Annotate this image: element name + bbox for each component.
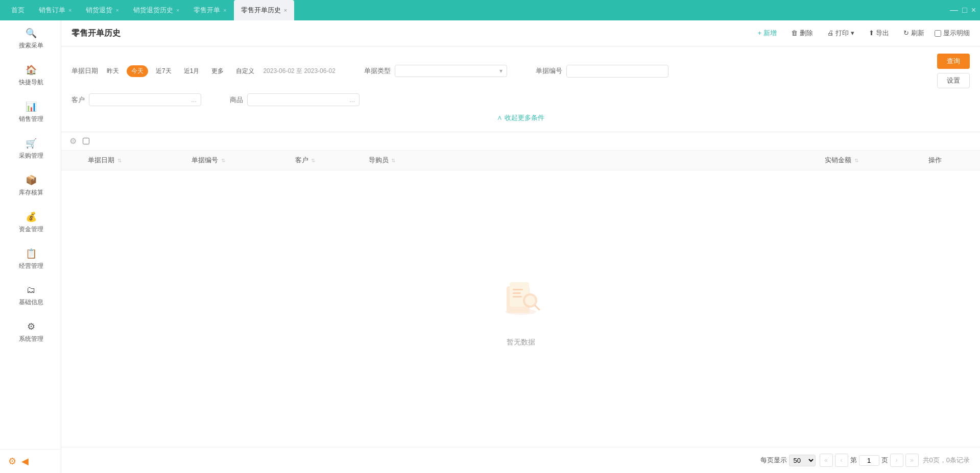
first-page-btn[interactable]: «	[820, 454, 833, 467]
sidebar-item-inventory[interactable]: 📦 库存核算	[0, 167, 61, 204]
filter-area: 单据日期 昨天 今天 近7天 近1月 更多 自定义 2023-06-02 至 2…	[61, 46, 980, 132]
customer-label: 客户	[71, 95, 85, 105]
svg-rect-4	[513, 292, 521, 294]
operation-icon: 📋	[26, 248, 37, 259]
system-icon: ⚙	[27, 321, 35, 332]
content-area: 零售开单历史 + 新增 🗑 删除 🖨 打印 ▾ ⬆ 导出 ↻ 刷新 显示明细 单…	[61, 20, 980, 473]
prev-page-btn[interactable]: ‹	[835, 454, 848, 467]
page-total: 共0页，0条记录	[923, 456, 970, 465]
table-toolbar: ⚙	[61, 132, 980, 151]
customer-input[interactable]: ...	[89, 93, 201, 106]
close-tab-sales-return-history[interactable]: ×	[176, 7, 179, 13]
basic-icon: 🗂	[27, 285, 36, 295]
doc-no-filter-item: 单据编号	[536, 65, 668, 78]
refresh-button[interactable]: ↻ 刷新	[899, 27, 928, 40]
page-number-input[interactable]	[859, 455, 879, 466]
header-actions: + 新增 🗑 删除 🖨 打印 ▾ ⬆ 导出 ↻ 刷新 显示明细	[754, 27, 970, 40]
customer-dots: ...	[191, 96, 197, 104]
date-btn-today[interactable]: 今天	[127, 65, 148, 77]
th-date[interactable]: 单据日期 ⇅	[82, 151, 185, 170]
tab-sales-return[interactable]: 销货退货 ×	[79, 0, 126, 20]
search-icon: 🔍	[26, 28, 37, 39]
th-checkbox	[61, 151, 82, 170]
close-tab-retail-open-history[interactable]: ×	[284, 7, 287, 13]
collapse-sidebar-icon[interactable]: ◀	[21, 456, 29, 467]
doc-no-label: 单据编号	[536, 66, 562, 76]
page-title: 零售开单历史	[71, 28, 121, 39]
th-actions: 操作	[922, 151, 980, 170]
close-tab-retail-open[interactable]: ×	[223, 7, 226, 13]
collapse-row: ∧ 收起更多条件	[71, 111, 970, 125]
table-header: 单据日期 ⇅ 单据编号 ⇅ 客户 ⇅ 导购员 ⇅	[61, 151, 980, 170]
settings-icon[interactable]: ⚙	[8, 456, 16, 467]
collapse-filter-button[interactable]: ∧ 收起更多条件	[491, 111, 551, 125]
empty-illustration	[495, 271, 546, 332]
sidebar-item-system[interactable]: ⚙ 系统管理	[0, 314, 61, 351]
filter-row-2: 客户 ... 商品 ...	[71, 93, 970, 106]
date-btn-custom[interactable]: 自定义	[231, 65, 259, 78]
sidebar-item-search[interactable]: 🔍 搜索采单	[0, 20, 61, 57]
win-min-btn[interactable]: —	[950, 6, 958, 15]
tab-sales-order[interactable]: 销售订单 ×	[32, 0, 79, 20]
filter-row-1: 单据日期 昨天 今天 近7天 近1月 更多 自定义 2023-06-02 至 2…	[71, 54, 970, 88]
print-button[interactable]: 🖨 打印 ▾	[823, 27, 858, 40]
sidebar-item-operation[interactable]: 📋 经营管理	[0, 241, 61, 278]
page-nav: « ‹ 第 页 › »	[820, 454, 919, 467]
page-size-dropdown[interactable]: 50 10 20 100	[789, 455, 816, 466]
svg-rect-3	[513, 289, 523, 290]
th-amount[interactable]: 实销金额 ⇅	[819, 151, 922, 170]
data-table: 单据日期 ⇅ 单据编号 ⇅ 客户 ⇅ 导购员 ⇅	[61, 151, 980, 170]
sidebar: 🔍 搜索采单 🏠 快捷导航 📊 销售管理 🛒 采购管理 📦 库存核算 💰 资金管…	[0, 20, 61, 473]
tab-retail-open[interactable]: 零售开单 ×	[186, 0, 233, 20]
doc-type-filter-item: 单据类型 ▾	[364, 65, 507, 77]
page-header: 零售开单历史 + 新增 🗑 删除 🖨 打印 ▾ ⬆ 导出 ↻ 刷新 显示明细	[61, 20, 980, 46]
svg-point-7	[525, 295, 535, 306]
date-btn-yesterday[interactable]: 昨天	[102, 65, 124, 78]
win-max-btn[interactable]: □	[962, 6, 967, 15]
home-icon: 🏠	[26, 64, 37, 76]
th-customer[interactable]: 客户 ⇅	[289, 151, 363, 170]
sidebar-item-basic[interactable]: 🗂 基础信息	[0, 278, 61, 314]
sidebar-item-quick-nav[interactable]: 🏠 快捷导航	[0, 57, 61, 94]
date-filter-item: 单据日期 昨天 今天 近7天 近1月 更多 自定义 2023-06-02 至 2…	[71, 65, 336, 78]
query-button[interactable]: 查询	[937, 54, 970, 69]
date-btn-last1m[interactable]: 近1月	[179, 65, 204, 78]
page-size-select: 每页显示 50 10 20 100	[760, 455, 816, 466]
delete-button[interactable]: 🗑 删除	[787, 27, 817, 40]
date-btn-more[interactable]: 更多	[207, 65, 228, 78]
display-detail-checkbox[interactable]	[935, 30, 941, 37]
empty-text: 暂无数据	[507, 338, 535, 347]
set-button[interactable]: 设置	[937, 73, 970, 88]
th-salesperson[interactable]: 导购员 ⇅	[363, 151, 451, 170]
tab-retail-open-history[interactable]: 零售开单历史 ×	[234, 0, 294, 20]
next-page-btn[interactable]: ›	[890, 454, 903, 467]
sidebar-item-purchase[interactable]: 🛒 采购管理	[0, 131, 61, 167]
date-filter-group: 昨天 今天 近7天 近1月 更多 自定义	[102, 65, 259, 78]
window-controls: — □ ×	[950, 6, 976, 15]
doc-type-dropdown-icon: ▾	[499, 67, 503, 74]
th-no[interactable]: 单据编号 ⇅	[185, 151, 289, 170]
inventory-icon: 📦	[26, 175, 37, 186]
empty-state: 暂无数据	[61, 170, 980, 447]
export-button[interactable]: ⬆ 导出	[865, 27, 894, 40]
add-button[interactable]: + 新增	[754, 27, 781, 40]
display-detail-toggle[interactable]: 显示明细	[935, 29, 970, 38]
table-settings-icon[interactable]: ⚙	[69, 136, 77, 146]
purchase-icon: 🛒	[26, 138, 37, 149]
win-close-btn[interactable]: ×	[971, 6, 976, 15]
tab-home[interactable]: 首页	[4, 0, 32, 20]
select-all-checkbox[interactable]	[83, 138, 89, 144]
date-btn-last7[interactable]: 近7天	[151, 65, 176, 78]
last-page-btn[interactable]: »	[905, 454, 919, 467]
goods-label: 商品	[230, 95, 243, 105]
goods-input[interactable]: ...	[247, 93, 360, 106]
pagination: 每页显示 50 10 20 100 « ‹ 第 页 › » 共0页，0条记录	[61, 447, 980, 473]
close-tab-sales-return[interactable]: ×	[115, 7, 118, 13]
doc-no-input[interactable]	[566, 65, 668, 78]
sort-no-icon: ⇅	[221, 158, 225, 163]
sidebar-item-finance[interactable]: 💰 资金管理	[0, 204, 61, 241]
tab-sales-return-history[interactable]: 销货退货历史 ×	[126, 0, 186, 20]
close-tab-sales-order[interactable]: ×	[68, 7, 71, 13]
doc-type-select[interactable]: ▾	[395, 65, 507, 77]
sidebar-item-sales[interactable]: 📊 销售管理	[0, 94, 61, 131]
